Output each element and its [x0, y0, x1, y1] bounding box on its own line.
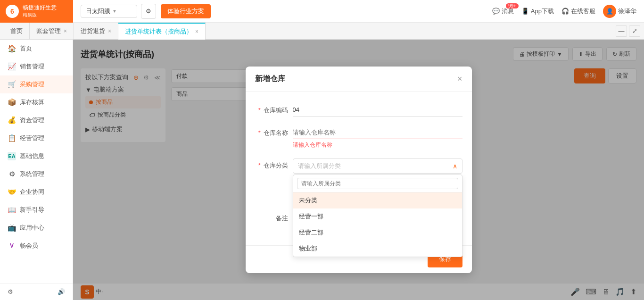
sidebar-item-member[interactable]: V 畅会员: [0, 237, 73, 255]
dialog-title: 新增仓库: [255, 74, 285, 84]
online-service-item[interactable]: 🎧 在线客服: [561, 7, 595, 16]
sidebar-settings-icon[interactable]: ⚙: [8, 288, 13, 295]
message-item[interactable]: 💬 消息 99+: [492, 7, 514, 16]
enterprise-icon: 🤝: [8, 188, 16, 196]
sidebar-item-finance[interactable]: 💰 资金管理: [0, 111, 73, 129]
trial-button[interactable]: 体验行业方案: [161, 4, 211, 18]
sidebar-bottom: ⚙ 🔊: [0, 283, 73, 300]
chevron-down-icon: ▼: [112, 8, 117, 14]
code-input[interactable]: [293, 103, 462, 117]
phone-icon: 📱: [521, 8, 529, 15]
name-input[interactable]: [293, 126, 462, 139]
user-item[interactable]: 👤 徐泽华: [603, 5, 636, 18]
logo-icon: 6: [6, 5, 19, 18]
code-label: * 仓库编码: [255, 103, 293, 115]
sidebar-item-home[interactable]: 🏠 首页: [0, 40, 73, 58]
dialog-body: * 仓库编码 * 仓库名称: [246, 92, 472, 245]
logo-text: 畅捷通好生意 精易版: [23, 4, 57, 18]
category-selector[interactable]: 请输入所属分类 ∧: [293, 158, 462, 174]
form-row-code: * 仓库编码: [255, 103, 462, 117]
form-row-category: * 仓库分类 请输入所属分类 ∧: [255, 158, 462, 174]
logo-area: 6 畅捷通好生意 精易版: [0, 0, 73, 23]
tab-close-purchase-stats[interactable]: ×: [195, 28, 198, 35]
sidebar: 🏠 首页 📈 销售管理 🛒 采购管理 📦 库存核算 💰 资金管理 📋 经营管理 …: [0, 40, 73, 300]
sidebar-item-sales[interactable]: 📈 销售管理: [0, 58, 73, 75]
category-label: * 仓库分类: [255, 158, 293, 170]
operations-icon: 📋: [8, 134, 16, 142]
sidebar-item-guide[interactable]: 📖 新手引导: [0, 201, 73, 219]
message-icon: 💬: [492, 8, 500, 15]
content-area: 进货单统计(按商品) 🖨 按模板打印 ▼ ⬆ 导出 ↻ 刷新: [73, 40, 644, 300]
sales-icon: 📈: [8, 62, 16, 71]
dropdown-arrow-icon: ∧: [453, 162, 457, 170]
sidebar-item-system[interactable]: ⚙ 系统管理: [0, 165, 73, 183]
code-control: [293, 103, 462, 117]
sidebar-item-basic[interactable]: EA 基础信息: [0, 147, 73, 165]
sidebar-volume-icon[interactable]: 🔊: [58, 288, 65, 295]
dropdown-search-input[interactable]: [297, 178, 458, 189]
tab-expand[interactable]: ⤢: [629, 25, 640, 37]
dropdown-item-2[interactable]: 经营二部: [293, 225, 462, 241]
dialog-close-icon[interactable]: ×: [457, 74, 462, 84]
tab-purchase-return[interactable]: 进货退货 ×: [74, 23, 118, 40]
home-icon: 🏠: [8, 44, 16, 53]
tab-controls: — ⤢: [616, 25, 640, 37]
dialog-add-warehouse: 新增仓库 × * 仓库编码: [246, 67, 472, 273]
basic-icon: EA: [8, 152, 16, 160]
dropdown-item-1[interactable]: 经营一部: [293, 208, 462, 225]
category-control: 请输入所属分类 ∧ 未分类 经营一部 经营二部: [293, 158, 462, 174]
purchase-icon: 🛒: [8, 80, 16, 89]
avatar: 👤: [603, 5, 616, 18]
tab-close-purchase-return[interactable]: ×: [108, 28, 111, 34]
tab-close-account[interactable]: ×: [64, 28, 67, 34]
sidebar-item-inventory[interactable]: 📦 库存核算: [0, 93, 73, 111]
dropdown-search-wrap: [293, 175, 462, 192]
settings-icon[interactable]: ⚙: [141, 4, 156, 19]
sidebar-item-apps[interactable]: 📺 应用中心: [0, 219, 73, 237]
tab-minimize[interactable]: —: [616, 25, 627, 37]
message-badge: 99+: [506, 3, 519, 8]
name-label: * 仓库名称: [255, 126, 293, 137]
finance-icon: 💰: [8, 116, 16, 125]
store-name: 日太阳膜: [86, 7, 110, 16]
dropdown-item-3[interactable]: 物业部: [293, 241, 462, 257]
category-dropdown: 未分类 经营一部 经营二部 物业部: [293, 175, 462, 257]
dialog-header: 新增仓库 ×: [246, 67, 472, 92]
dropdown-item-0[interactable]: 未分类: [293, 192, 462, 208]
name-control: 请输入仓库名称: [293, 126, 462, 149]
tab-purchase-stats[interactable]: 进货单统计表（按商品） ×: [118, 23, 206, 40]
inventory-icon: 📦: [8, 98, 16, 107]
app-download-item[interactable]: 📱 App下载: [521, 7, 554, 16]
headphone-icon: 🎧: [561, 8, 569, 15]
member-icon: V: [8, 242, 16, 250]
top-header: 6 畅捷通好生意 精易版 日太阳膜 ▼ ⚙ 体验行业方案 💬 消息 99+ 📱 …: [0, 0, 644, 23]
system-icon: ⚙: [8, 170, 16, 178]
main-layout: 🏠 首页 📈 销售管理 🛒 采购管理 📦 库存核算 💰 资金管理 📋 经营管理 …: [0, 40, 644, 300]
modal-overlay[interactable]: 新增仓库 × * 仓库编码: [73, 40, 644, 300]
form-row-name: * 仓库名称 请输入仓库名称: [255, 126, 462, 149]
sidebar-item-enterprise[interactable]: 🤝 企业协同: [0, 183, 73, 201]
tab-bar: 首页 账套管理 × 进货退货 × 进货单统计表（按商品） × — ⤢: [0, 23, 644, 40]
tab-account[interactable]: 账套管理 ×: [30, 23, 74, 40]
sidebar-item-purchase[interactable]: 🛒 采购管理: [0, 75, 73, 93]
store-selector[interactable]: 日太阳膜 ▼: [81, 5, 137, 18]
apps-icon: 📺: [8, 224, 16, 232]
tab-home[interactable]: 首页: [4, 23, 30, 40]
header-right: 💬 消息 99+ 📱 App下载 🎧 在线客服 👤 徐泽华: [492, 5, 636, 18]
guide-icon: 📖: [8, 206, 16, 214]
sidebar-item-operations[interactable]: 📋 经营管理: [0, 129, 73, 147]
note-label: 备注: [255, 211, 293, 223]
name-error-msg: 请输入仓库名称: [293, 141, 462, 149]
